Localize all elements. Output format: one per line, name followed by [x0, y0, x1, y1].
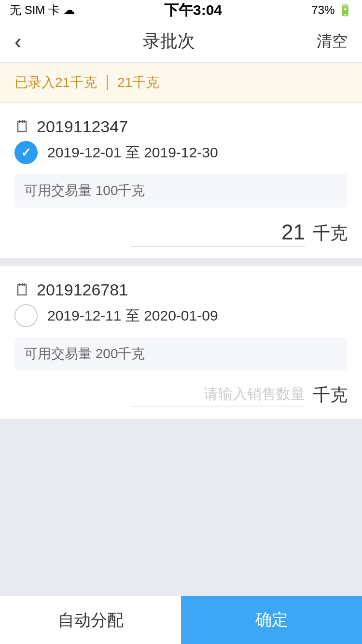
page-title: 录批次	[143, 29, 195, 53]
section-divider-1	[0, 258, 362, 266]
content-area: 🗒 2019112347 2019-12-01 至 2019-12-30 可用交…	[0, 103, 362, 639]
status-right: 73% 🔋	[311, 3, 352, 17]
summary-recorded-label: 已录入21千克	[14, 73, 97, 92]
batch-unit-1: 千克	[313, 222, 348, 245]
batch-id-1: 2019112347	[37, 117, 128, 136]
batch-available-1: 可用交易量 100千克	[14, 174, 348, 208]
batch-header-2: 🗒 2019126781	[0, 266, 362, 304]
batch-item-2: 🗒 2019126781 2019-12-11 至 2020-01-09 可用交…	[0, 266, 362, 419]
summary-amount: 21千克	[117, 73, 159, 92]
batch-id-2: 2019126781	[37, 280, 128, 299]
batch-doc-icon-2: 🗒	[14, 280, 31, 299]
batch-date-1: 2019-12-01 至 2019-12-30	[47, 143, 218, 163]
batch-placeholder-2: 请输入销售数量	[204, 384, 305, 404]
batch-checkbox-1[interactable]	[14, 141, 38, 164]
batch-date-row-1: 2019-12-01 至 2019-12-30	[0, 141, 362, 169]
batch-checkbox-2[interactable]	[14, 304, 38, 327]
batch-item-1: 🗒 2019112347 2019-12-01 至 2019-12-30 可用交…	[0, 103, 362, 258]
battery-status: 73% 🔋	[311, 3, 352, 17]
batch-date-2: 2019-12-11 至 2020-01-09	[47, 306, 218, 326]
status-time: 下午3:04	[164, 0, 222, 20]
batch-available-2: 可用交易量 200千克	[14, 337, 348, 371]
section-divider-2	[0, 419, 362, 426]
back-button[interactable]: ‹	[14, 31, 22, 52]
batch-date-row-2: 2019-12-11 至 2020-01-09	[0, 304, 362, 332]
batch-value-1: 21	[281, 220, 305, 244]
batch-value-row-1: 21 千克	[0, 212, 362, 258]
batch-input-underline-1: 21	[131, 220, 305, 247]
status-left: 无 SIM 卡 ☁	[10, 2, 75, 18]
confirm-button[interactable]: 确定	[181, 596, 362, 644]
batch-unit-2: 千克	[313, 383, 348, 407]
clear-button[interactable]: 清空	[317, 31, 348, 52]
auto-distribute-button[interactable]: 自动分配	[0, 596, 181, 644]
batch-value-row-2: 请输入销售数量 千克	[0, 376, 362, 419]
status-bar: 无 SIM 卡 ☁ 下午3:04 73% 🔋	[0, 0, 362, 20]
summary-bar: 已录入21千克 21千克	[0, 63, 362, 103]
sim-status: 无 SIM 卡 ☁	[10, 2, 75, 18]
nav-bar: ‹ 录批次 清空	[0, 20, 362, 63]
summary-divider	[107, 75, 108, 90]
batch-header-1: 🗒 2019112347	[0, 103, 362, 141]
batch-doc-icon: 🗒	[14, 117, 31, 136]
batch-input-underline-2[interactable]: 请输入销售数量	[131, 384, 305, 406]
bottom-bar: 自动分配 确定	[0, 596, 362, 644]
